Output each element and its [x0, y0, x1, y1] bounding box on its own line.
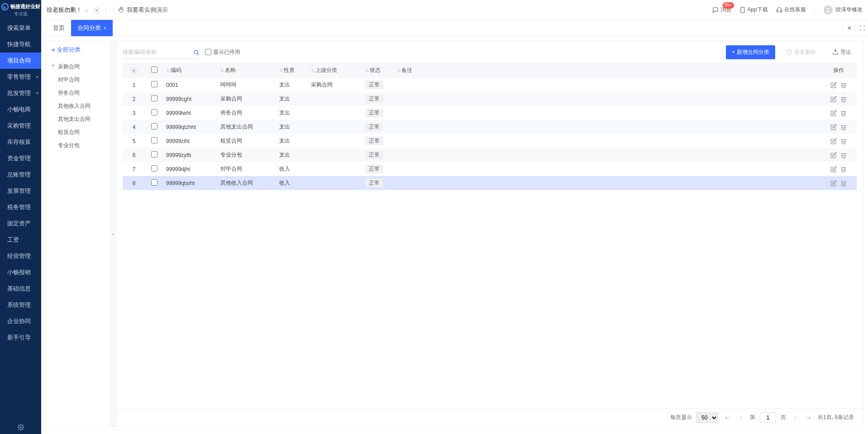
sidebar-item-search[interactable]: 搜索菜单 — [0, 20, 41, 36]
row-checkbox[interactable] — [151, 137, 157, 143]
table-row[interactable]: 10001呵呵呵支出采购合同正常 — [123, 78, 857, 92]
tab[interactable]: 合同分类× — [71, 20, 113, 36]
table-row[interactable]: 599999zlht租赁合同支出正常 — [123, 134, 857, 148]
col-nature[interactable]: 性质 — [277, 63, 308, 78]
edit-button[interactable] — [830, 166, 837, 172]
delete-button[interactable] — [840, 180, 847, 186]
row-checkbox[interactable] — [151, 179, 157, 186]
table-row[interactable]: 799999djht对甲合同收入正常 — [123, 162, 857, 176]
edit-button[interactable] — [830, 95, 837, 102]
tree-item[interactable]: 租赁合同 — [46, 126, 110, 139]
chevron-down-icon: ▾ — [36, 91, 38, 95]
sidebar-item-inventory[interactable]: 库存核算 — [0, 134, 41, 150]
tab[interactable]: 首页 — [47, 20, 71, 36]
sidebar-item-sys[interactable]: 系统管理 — [0, 297, 41, 313]
sidebar-item-gl[interactable]: 总账管理 — [0, 167, 41, 183]
prev-page-button[interactable]: ‹ — [736, 415, 745, 421]
org-selector[interactable]: 徐老板勿删！ ⌄ — [47, 6, 88, 14]
brand-logo[interactable]: 畅捷通好业财 专业版 — [0, 0, 41, 20]
close-tab-button[interactable]: ✕ — [843, 20, 855, 36]
messages-button[interactable]: 消息 99+ — [712, 6, 731, 14]
add-category-button[interactable]: + 新增合同分类 — [726, 45, 775, 59]
plus-icon: + — [732, 49, 735, 55]
user-menu[interactable]: 徐泽华修改 — [824, 5, 863, 14]
fullscreen-button[interactable]: ⛶ — [855, 20, 868, 36]
table-settings-button[interactable] — [123, 63, 145, 78]
sidebar-item-base[interactable]: 基础信息 — [0, 281, 41, 297]
sidebar-item-biz[interactable]: 经营管理 — [0, 248, 41, 264]
select-all-checkbox[interactable] — [151, 67, 157, 73]
per-page-select[interactable]: 50 — [696, 412, 718, 423]
collapse-tree-button[interactable]: « — [110, 41, 116, 427]
show-disabled-checkbox[interactable] — [205, 49, 211, 55]
sidebar-item-ec[interactable]: 小畅电商 — [0, 101, 41, 118]
sidebar-item-wholesale[interactable]: 批发管理▾ — [0, 85, 41, 101]
edit-button[interactable] — [830, 180, 837, 186]
table-row[interactable]: 499999qtzhht其他支出合同支出正常 — [123, 120, 857, 134]
sidebar-item-guide[interactable]: 新手引导 — [0, 329, 41, 346]
tree-item[interactable]: 专业分包 — [46, 139, 110, 152]
row-checkbox[interactable] — [151, 165, 157, 172]
gear-icon — [94, 7, 100, 14]
delete-button[interactable] — [840, 166, 847, 172]
col-name[interactable]: 名称 — [218, 63, 277, 78]
tree-item[interactable]: 劳务合同 — [46, 86, 110, 100]
delete-button[interactable] — [840, 124, 847, 130]
edit-button[interactable] — [830, 81, 837, 88]
cell-name: 采购合同 — [218, 92, 277, 106]
tree-item[interactable]: 其他支出合同 — [46, 113, 110, 126]
row-checkbox[interactable] — [151, 81, 157, 87]
tree-item[interactable]: 采购合同 — [46, 60, 110, 73]
table-row[interactable]: 899999qtsrht其他收入合同收入正常 — [123, 176, 857, 190]
close-icon[interactable]: × — [104, 25, 106, 31]
sidebar-item-reimburse[interactable]: 小畅报销 — [0, 264, 41, 281]
page-input[interactable] — [760, 412, 776, 423]
sidebar-item-coop[interactable]: 企业协同 — [0, 313, 41, 329]
sidebar-item-quicknav[interactable]: 快捷导航 — [0, 36, 41, 52]
search-button[interactable] — [193, 48, 200, 55]
sidebar-item-tax[interactable]: 税务管理 — [0, 199, 41, 215]
demo-link[interactable]: 我要看实例演示 — [118, 6, 168, 14]
row-checkbox[interactable] — [151, 109, 157, 115]
sidebar-item-retail[interactable]: 零售管理▾ — [0, 69, 41, 85]
last-page-button[interactable]: ⇥ — [804, 415, 813, 421]
col-code[interactable]: 编码 — [163, 63, 218, 78]
sidebar-item-salary[interactable]: 工资 — [0, 232, 41, 248]
export-button[interactable]: 导出 — [827, 46, 857, 59]
table-row[interactable]: 699999zyfb专业分包支出正常 — [123, 148, 857, 162]
delete-button[interactable] — [840, 81, 847, 88]
table-row[interactable]: 399999lwht劳务合同支出正常 — [123, 106, 857, 120]
tree-item[interactable]: 其他收入合同 — [46, 100, 110, 113]
delete-button[interactable] — [840, 95, 847, 102]
col-status[interactable]: 状态 — [362, 63, 394, 78]
delete-button[interactable] — [840, 138, 847, 144]
sidebar-item-asset[interactable]: 固定资产 — [0, 215, 41, 232]
first-page-button[interactable]: ⇤ — [723, 415, 732, 421]
tree-root[interactable]: ≡ 全部分类 — [46, 41, 110, 58]
edit-button[interactable] — [830, 152, 837, 158]
batch-delete-button[interactable]: 批量删除 — [781, 46, 821, 59]
delete-button[interactable] — [840, 110, 847, 116]
row-checkbox[interactable] — [151, 95, 157, 101]
org-settings-button[interactable] — [94, 6, 100, 13]
sidebar-item-invoice[interactable]: 发票管理 — [0, 183, 41, 199]
sidebar-settings[interactable] — [0, 420, 41, 434]
row-checkbox[interactable] — [151, 151, 157, 157]
search-input[interactable] — [123, 46, 193, 58]
row-checkbox[interactable] — [151, 123, 157, 129]
tree-item[interactable]: 对甲合同 — [46, 73, 110, 86]
edit-button[interactable] — [830, 124, 837, 130]
show-disabled-toggle[interactable]: 显示已停用 — [205, 48, 240, 56]
table-row[interactable]: 299999cght采购合同支出正常 — [123, 92, 857, 106]
sidebar-item-funds[interactable]: 资金管理 — [0, 150, 41, 167]
support-button[interactable]: 在线客服 — [776, 6, 806, 14]
edit-button[interactable] — [830, 110, 837, 116]
next-page-button[interactable]: › — [791, 415, 800, 421]
sidebar-item-project[interactable]: 项目合同 — [0, 52, 41, 69]
app-download-button[interactable]: App下载 — [739, 6, 768, 14]
sidebar-item-purchase[interactable]: 采购管理 — [0, 118, 41, 134]
col-remark[interactable]: 备注 — [394, 63, 820, 78]
edit-button[interactable] — [830, 138, 837, 144]
col-parent[interactable]: 上级分类 — [308, 63, 362, 78]
delete-button[interactable] — [840, 152, 847, 158]
